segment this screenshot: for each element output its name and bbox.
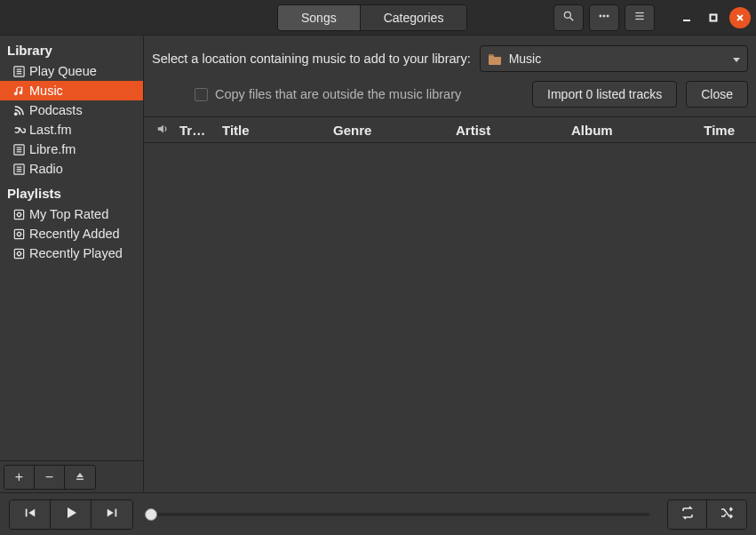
progress-thumb[interactable] bbox=[145, 508, 157, 521]
svg-marker-33 bbox=[733, 58, 740, 62]
column-title[interactable]: Title bbox=[217, 123, 328, 138]
speaker-icon bbox=[156, 123, 169, 138]
column-time[interactable]: Time bbox=[697, 123, 749, 138]
tab-categories[interactable]: Categories bbox=[361, 5, 467, 30]
import-tracks-button[interactable]: Import 0 listed tracks bbox=[532, 81, 677, 108]
queue-icon bbox=[12, 64, 26, 78]
previous-button[interactable] bbox=[10, 500, 51, 529]
column-genre[interactable]: Genre bbox=[328, 123, 450, 138]
svg-rect-27 bbox=[14, 229, 23, 238]
svg-marker-31 bbox=[76, 473, 84, 477]
rss-icon bbox=[12, 103, 26, 117]
sidebar-item-music[interactable]: Music bbox=[0, 81, 143, 100]
window-minimize-button[interactable] bbox=[676, 7, 697, 28]
sidebar-section-header: Playlists bbox=[0, 179, 143, 204]
play-button[interactable] bbox=[51, 500, 92, 529]
progress-track bbox=[151, 513, 649, 516]
window-maximize-button[interactable] bbox=[703, 7, 724, 28]
location-dropdown[interactable]: Music bbox=[480, 45, 748, 72]
sidebar-item-top-rated[interactable]: My Top Rated bbox=[0, 204, 143, 224]
player-right-controls bbox=[667, 499, 747, 530]
lastfm-icon bbox=[12, 123, 26, 137]
sidebar-item-radio[interactable]: Radio bbox=[0, 159, 143, 179]
svg-point-28 bbox=[17, 232, 20, 236]
sidebar-item-label: Recently Added bbox=[29, 227, 120, 241]
svg-point-0 bbox=[564, 12, 570, 18]
sidebar-section-header: Library bbox=[0, 36, 143, 61]
location-value: Music bbox=[509, 52, 726, 66]
skip-back-icon bbox=[24, 507, 36, 522]
copy-files-checkbox-row[interactable]: Copy files that are outside the music li… bbox=[195, 87, 461, 101]
dots-icon bbox=[598, 10, 610, 25]
sidebar: LibraryPlay QueueMusicPodcastsLast.fmLib… bbox=[0, 36, 144, 492]
more-button[interactable] bbox=[589, 4, 619, 31]
sidebar-item-recently-played[interactable]: Recently Played bbox=[0, 244, 143, 263]
next-button[interactable] bbox=[92, 500, 132, 529]
svg-marker-38 bbox=[107, 509, 114, 517]
eject-icon bbox=[75, 470, 85, 484]
svg-rect-35 bbox=[25, 509, 27, 517]
column-track[interactable]: Track bbox=[174, 123, 217, 138]
smart-playlist-icon bbox=[12, 207, 26, 221]
svg-line-1 bbox=[570, 18, 574, 21]
svg-point-2 bbox=[600, 15, 601, 17]
tab-songs[interactable]: Songs bbox=[278, 5, 361, 30]
folder-icon bbox=[488, 52, 502, 66]
sidebar-item-label: My Top Rated bbox=[29, 207, 108, 221]
import-prompt: Select a location containing music to ad… bbox=[152, 52, 471, 66]
svg-point-26 bbox=[17, 212, 20, 216]
column-artist[interactable]: Artist bbox=[450, 123, 566, 138]
column-album[interactable]: Album bbox=[566, 123, 697, 138]
svg-point-16 bbox=[14, 112, 17, 115]
sidebar-item-label: Last.fm bbox=[29, 123, 72, 137]
music-note-icon bbox=[12, 84, 26, 98]
view-switcher: Songs Categories bbox=[277, 4, 467, 31]
add-playlist-button[interactable]: + bbox=[4, 466, 35, 489]
eject-button[interactable] bbox=[65, 466, 95, 489]
svg-rect-9 bbox=[711, 14, 717, 20]
sidebar-item-label: Music bbox=[29, 84, 63, 98]
copy-files-label: Copy files that are outside the music li… bbox=[215, 87, 461, 101]
search-button[interactable] bbox=[553, 4, 584, 31]
svg-marker-34 bbox=[158, 124, 163, 132]
progress-slider[interactable] bbox=[144, 508, 657, 521]
list-icon bbox=[12, 162, 26, 176]
column-playing[interactable] bbox=[151, 123, 174, 138]
sidebar-footer: + − bbox=[0, 460, 143, 492]
close-import-button[interactable]: Close bbox=[686, 81, 748, 108]
smart-playlist-icon bbox=[12, 227, 26, 241]
import-bar: Select a location containing music to ad… bbox=[144, 36, 756, 76]
svg-marker-37 bbox=[68, 507, 76, 518]
shuffle-icon bbox=[720, 506, 734, 523]
app-window: Songs Categories LibraryPlay QueueMusicP… bbox=[0, 0, 756, 535]
sidebar-item-play-queue[interactable]: Play Queue bbox=[0, 61, 143, 81]
list-icon bbox=[12, 142, 26, 156]
chevron-down-icon bbox=[733, 52, 740, 66]
sidebar-item-lastfm[interactable]: Last.fm bbox=[0, 120, 143, 140]
shuffle-button[interactable] bbox=[707, 500, 746, 529]
import-row-2: Copy files that are outside the music li… bbox=[144, 76, 756, 116]
body: LibraryPlay QueueMusicPodcastsLast.fmLib… bbox=[0, 36, 756, 492]
sidebar-item-podcasts[interactable]: Podcasts bbox=[0, 100, 143, 120]
minimize-icon bbox=[682, 11, 691, 25]
svg-rect-39 bbox=[115, 509, 117, 517]
copy-files-checkbox[interactable] bbox=[195, 88, 208, 101]
repeat-button[interactable] bbox=[668, 500, 707, 529]
search-icon bbox=[562, 10, 575, 25]
sidebar-item-label: Recently Played bbox=[29, 246, 123, 260]
menu-button[interactable] bbox=[625, 4, 655, 31]
player-bar bbox=[0, 492, 756, 535]
remove-playlist-button[interactable]: − bbox=[35, 466, 65, 489]
window-close-button[interactable] bbox=[729, 7, 751, 28]
sidebar-item-label: Libre.fm bbox=[29, 142, 76, 156]
sidebar-item-librefm[interactable]: Libre.fm bbox=[0, 140, 143, 159]
track-list-body[interactable] bbox=[144, 143, 756, 492]
repeat-icon bbox=[680, 506, 695, 523]
close-icon bbox=[736, 11, 744, 25]
svg-rect-29 bbox=[14, 249, 23, 258]
smart-playlist-icon bbox=[12, 246, 26, 260]
play-icon bbox=[64, 506, 78, 523]
sidebar-item-label: Radio bbox=[29, 162, 63, 176]
sidebar-item-recently-added[interactable]: Recently Added bbox=[0, 224, 143, 244]
hamburger-icon bbox=[633, 10, 646, 25]
